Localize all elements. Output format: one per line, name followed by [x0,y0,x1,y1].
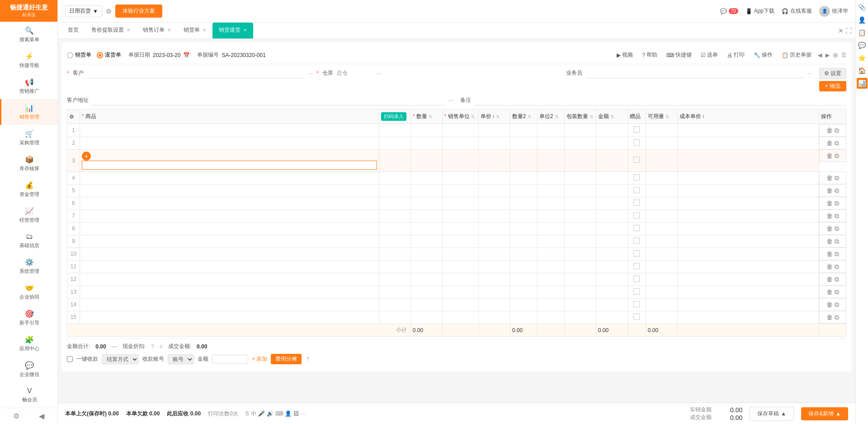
pack-qty-cell[interactable] [564,235,596,248]
amount-cell[interactable] [596,184,627,197]
delete-icon[interactable]: 🗑 [826,225,833,232]
price-cell[interactable] [478,260,510,273]
price-cell[interactable] [478,311,510,324]
unit-cell[interactable] [442,184,478,197]
pack-qty-cell[interactable] [564,311,596,324]
sidebar-settings-icon[interactable]: ⚙ [13,412,19,420]
warehouse-value[interactable]: 总仓 [337,69,373,77]
warehouse-dots-btn[interactable]: ··· [377,70,381,76]
gift-checkbox[interactable] [633,212,640,219]
qty2-cell[interactable] [510,260,537,273]
pack-qty-cell[interactable] [564,137,596,149]
copy-icon[interactable]: ⧉ [835,212,839,220]
close-icon[interactable]: ✕ [167,28,171,33]
tabs-close-btn[interactable]: ✕ [838,27,844,34]
amount-cell[interactable] [596,298,627,311]
close-icon[interactable]: ✕ [127,28,130,33]
price-cell[interactable] [478,197,510,210]
cost-price-cell[interactable] [677,184,819,197]
pack-qty-cell[interactable] [564,210,596,222]
product-cell[interactable] [80,124,379,137]
video-btn[interactable]: ▶ 视频 [614,50,636,60]
gift-checkbox[interactable] [633,174,640,181]
unit2-cell[interactable] [537,210,564,222]
price-cell[interactable] [478,286,510,298]
qty-cell[interactable] [410,298,442,311]
gift-cell[interactable] [627,248,646,260]
industry-select[interactable]: 日用百货 ▼ [65,5,102,17]
sidebar-item-appstore[interactable]: 🧩 应用中心 [0,331,57,357]
sidebar-item-shortcut[interactable]: ⚡ 快捷导航 [0,48,57,73]
unit-cell[interactable] [442,124,478,137]
radio-return[interactable]: 退货单 [97,51,121,59]
gift-cell[interactable] [627,172,646,184]
qty-cell[interactable] [410,124,442,137]
cost-price-cell[interactable] [677,210,819,222]
product-cell[interactable] [80,311,379,324]
pack-qty-cell[interactable] [564,149,596,172]
gift-checkbox[interactable] [633,139,640,146]
unit2-cell[interactable] [537,137,564,149]
pack-qty-cell[interactable] [564,248,596,260]
history-btn[interactable]: 📋 历史单据 [779,50,814,60]
right-icon-6[interactable]: 🏠 [857,65,868,76]
qty-cell[interactable] [410,149,442,172]
sidebar-item-search[interactable]: 🔍 搜索菜单 [0,22,57,48]
fee-question-icon[interactable]: ? [306,356,309,362]
copy-icon[interactable]: ⧉ [835,238,839,245]
price-cell[interactable] [478,210,510,222]
pack-qty-cell[interactable] [564,197,596,210]
product-cell[interactable] [80,248,379,260]
pack-qty-cell[interactable] [564,286,596,298]
available-cell[interactable] [646,298,677,311]
right-icon-3[interactable]: 📋 [857,27,868,38]
online-service-btn[interactable]: 🎧 在线客服 [782,7,812,15]
product-cell[interactable] [80,137,379,149]
gift-cell[interactable] [627,197,646,210]
unit2-cell[interactable] [537,286,564,298]
copy-icon[interactable]: ⧉ [835,225,839,233]
account-select[interactable]: 账号 [168,354,194,364]
more-icon[interactable]: ··· [301,410,305,417]
price-sort-icon[interactable]: ⇅ [496,114,500,119]
right-icon-4[interactable]: 💬 [857,40,868,51]
sidebar-item-enterprise[interactable]: 🤝 企业协同 [0,279,57,305]
qty2-cell[interactable] [510,311,537,324]
tab-price-extract[interactable]: 售价提取设置 ✕ [85,23,137,38]
qty-cell[interactable] [410,222,442,235]
qty2-cell[interactable] [510,235,537,248]
add-logistics-btn[interactable]: + 物流 [819,81,846,91]
product-cell[interactable] [80,298,379,311]
gift-checkbox[interactable] [633,263,640,269]
amount-cell[interactable] [596,273,627,286]
unit2-cell[interactable] [537,172,564,184]
gift-checkbox[interactable] [633,288,640,295]
gift-checkbox[interactable] [633,250,640,257]
calendar-icon[interactable]: 📅 [183,52,190,58]
price-cell[interactable] [478,172,510,184]
unit2-cell[interactable] [537,222,564,235]
product-cell[interactable] [80,210,379,222]
qty2-cell[interactable] [510,172,537,184]
unit-cell[interactable] [442,172,478,184]
copy-icon[interactable]: ⧉ [835,250,839,258]
delete-icon[interactable]: 🗑 [826,250,833,257]
qty2-cell[interactable] [510,197,537,210]
unit-cell[interactable] [442,197,478,210]
add-product-btn[interactable]: + [82,152,91,161]
gift-checkbox[interactable] [633,187,640,193]
unit2-sort-icon[interactable]: ⇅ [555,114,558,119]
unit-cell[interactable] [442,149,478,172]
gift-cell[interactable] [627,260,646,273]
available-cell[interactable] [646,311,677,324]
delete-icon[interactable]: 🗑 [826,314,833,321]
amount-cell[interactable] [596,286,627,298]
available-cell[interactable] [646,273,677,286]
unit-cell[interactable] [442,260,478,273]
message-btn[interactable]: 💬 70 [720,8,738,14]
unit-cell[interactable] [442,222,478,235]
gift-checkbox[interactable] [633,157,640,163]
qty-cell[interactable] [410,172,442,184]
help-btn[interactable]: ? 帮助 [639,50,660,60]
qty2-cell[interactable] [510,137,537,149]
